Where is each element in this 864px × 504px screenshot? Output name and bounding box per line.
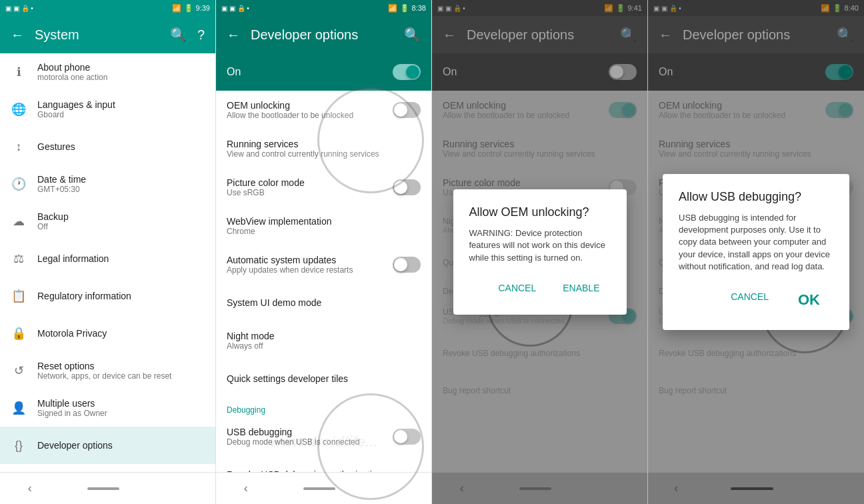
usb-cancel-btn[interactable]: Cancel [720, 286, 779, 314]
datetime-icon: 🕐 [11, 176, 27, 192]
notification-icons-2: ▣ ▣ 🔒 • [221, 5, 249, 12]
setting-webview[interactable]: WebView implementation Chrome [216, 207, 431, 245]
picture-color-toggle[interactable] [393, 179, 421, 195]
nav-backup[interactable]: ☁ Backup Off [0, 203, 215, 240]
regulatory-icon: 📋 [11, 288, 27, 304]
setting-auto-updates[interactable]: Automatic system updates Apply updates w… [216, 245, 431, 284]
setting-demo-mode[interactable]: System UI demo mode [216, 284, 431, 321]
setting-running-services[interactable]: Running services View and control curren… [216, 129, 431, 168]
panel-usb-dialog: ▣ ▣ 🔒 • 📶 🔋 8:40 ← Developer options 🔍 O… [648, 0, 864, 504]
help-icon-1[interactable]: ? [197, 27, 205, 43]
status-right-1: 📶 🔋 9:39 [172, 4, 210, 13]
oem-dialog-title: Allow OEM unlocking? [469, 205, 611, 219]
battery-icon: 🔋 [184, 4, 193, 13]
search-icon-1[interactable]: 🔍 [170, 27, 187, 43]
wifi-icon: 📶 [172, 4, 181, 13]
dev-on-header: On [216, 53, 431, 91]
search-icon-2[interactable]: 🔍 [404, 27, 421, 43]
reset-icon: ↺ [11, 363, 27, 379]
usb-dialog-body: USB debugging is intended for developmen… [679, 212, 833, 273]
usb-dialog-actions: Cancel OK [679, 286, 833, 314]
nav-languages[interactable]: 🌐 Languages & input Gboard [0, 91, 215, 128]
nav-privacy[interactable]: 🔒 Motorola Privacy [0, 315, 215, 352]
appbar-1: ← System 🔍 ? [0, 16, 215, 53]
panel-system: ▣ ▣ 🔒 • 📶 🔋 9:39 ← System 🔍 ? ℹ About ph… [0, 0, 216, 504]
oem-dialog-overlay: Allow OEM unlocking? WARNING: Device pro… [432, 0, 647, 504]
home-indicator-1[interactable] [87, 487, 119, 490]
gestures-icon: ↕ [11, 139, 27, 155]
back-icon-1[interactable]: ← [11, 27, 24, 43]
setting-night-mode[interactable]: Night mode Always off [216, 321, 431, 360]
setting-picture-color[interactable]: Picture color mode Use sRGB [216, 168, 431, 207]
wifi-icon-2: 📶 [388, 4, 397, 13]
dev-on-label: On [227, 66, 393, 78]
time-2: 8:38 [412, 4, 426, 12]
status-bar-2: ▣ ▣ 🔒 • 📶 🔋 8:38 [216, 0, 431, 16]
nav-list-1: ℹ About phone motorola one action 🌐 Lang… [0, 53, 215, 472]
oem-dialog-body: WARNING: Device protection features will… [469, 227, 611, 264]
nav-legal[interactable]: ⚖ Legal information [0, 240, 215, 277]
usb-debug-toggle[interactable] [393, 429, 421, 445]
status-right-2: 📶 🔋 8:38 [388, 4, 426, 13]
dev-on-toggle[interactable] [393, 64, 421, 80]
language-icon: 🌐 [11, 101, 27, 117]
usb-dialog-overlay: Allow USB debugging? USB debugging is in… [648, 0, 864, 504]
setting-revoke-usb[interactable]: Revoke USB debugging authorizations [216, 456, 431, 472]
status-bar-1: ▣ ▣ 🔒 • 📶 🔋 9:39 [0, 0, 215, 16]
toggle-thumb [406, 65, 419, 79]
bottom-nav-2: ‹ [216, 472, 431, 504]
users-icon: 👤 [11, 400, 27, 416]
legal-icon: ⚖ [11, 251, 27, 267]
appbar-title-2: Developer options [251, 27, 393, 43]
oem-cancel-btn[interactable]: Cancel [487, 277, 547, 299]
usb-dialog-title: Allow USB debugging? [679, 190, 833, 204]
settings-list-2: OEM unlocking Allow the bootloader to be… [216, 91, 431, 472]
bottom-nav-1: ‹ [0, 472, 215, 504]
oem-enable-btn[interactable]: Enable [552, 277, 610, 299]
nav-updates[interactable]: 📱 System updates Updated to Android 9 [0, 464, 215, 472]
back-btn-2[interactable]: ‹ [244, 481, 248, 495]
developer-icon: {} [11, 437, 27, 453]
auto-updates-toggle[interactable] [393, 257, 421, 273]
setting-qs-tiles[interactable]: Quick settings developer tiles [216, 360, 431, 397]
oem-dialog-actions: Cancel Enable [469, 277, 611, 299]
nav-users[interactable]: 👤 Multiple users Signed in as Owner [0, 389, 215, 427]
usb-dialog: Allow USB debugging? USB debugging is in… [663, 174, 849, 330]
nav-developer[interactable]: {} Developer options [0, 427, 215, 464]
panel-oem-dialog: ▣ ▣ 🔒 • 📶 🔋 9:41 ← Developer options 🔍 O… [432, 0, 648, 504]
nav-reset[interactable]: ↺ Reset options Network, apps, or device… [0, 352, 215, 389]
setting-usb-debug[interactable]: USB debugging Debug mode when USB is con… [216, 417, 431, 456]
privacy-icon: 🔒 [11, 325, 27, 341]
oem-dialog: Allow OEM unlocking? WARNING: Device pro… [453, 189, 627, 315]
nav-about-phone[interactable]: ℹ About phone motorola one action [0, 53, 215, 91]
about-icon: ℹ [11, 64, 27, 80]
home-indicator-2[interactable] [303, 487, 335, 490]
time-1: 9:39 [196, 4, 210, 12]
backup-icon: ☁ [11, 213, 27, 229]
nav-regulatory[interactable]: 📋 Regulatory information [0, 277, 215, 315]
oem-toggle[interactable] [393, 102, 421, 118]
battery-icon-2: 🔋 [400, 4, 409, 13]
back-icon-2[interactable]: ← [227, 27, 240, 43]
appbar-2: ← Developer options 🔍 [216, 16, 431, 53]
setting-oem[interactable]: OEM unlocking Allow the bootloader to be… [216, 91, 431, 129]
panel-developer: ▣ ▣ 🔒 • 📶 🔋 8:38 ← Developer options 🔍 O… [216, 0, 432, 504]
usb-ok-btn[interactable]: OK [785, 286, 833, 314]
appbar-title-1: System [35, 27, 159, 43]
notification-icons: ▣ ▣ 🔒 • [5, 5, 33, 12]
debugging-label: Debugging [216, 397, 431, 417]
nav-gestures[interactable]: ↕ Gestures [0, 128, 215, 165]
back-btn-1[interactable]: ‹ [28, 481, 32, 495]
nav-datetime[interactable]: 🕐 Date & time GMT+05:30 [0, 165, 215, 203]
